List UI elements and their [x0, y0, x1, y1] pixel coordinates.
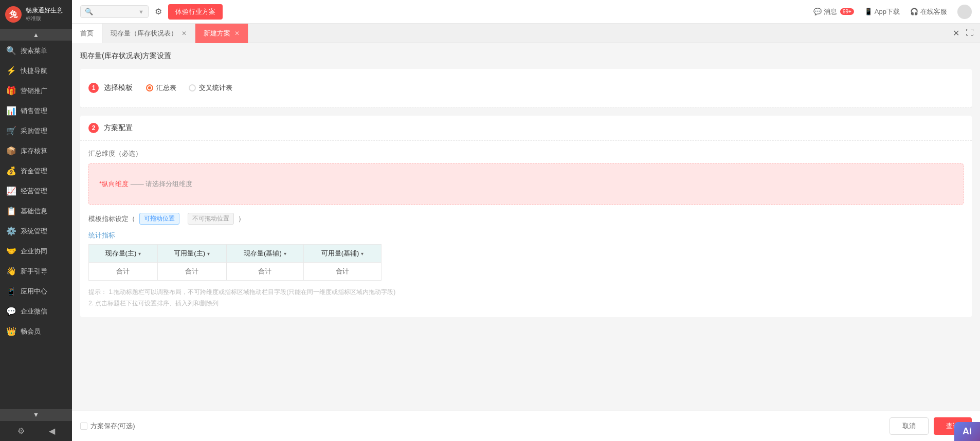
- save-checkbox[interactable]: [80, 422, 87, 430]
- sidebar-item-wechat[interactable]: 💬 企业微信: [0, 301, 72, 321]
- settings-gear-icon[interactable]: ⚙: [155, 7, 162, 16]
- message-label: 消息: [824, 7, 837, 16]
- cart-icon: 🛒: [6, 126, 16, 136]
- tab-inventory-label: 现存量（库存状况表）: [111, 29, 177, 38]
- window-expand-btn[interactable]: ⛶: [964, 28, 976, 38]
- sidebar-nav: 🔍 搜索菜单 ⚡ 快捷导航 🎁 营销推广 📊 销售管理 🛒 采购管理 📦 库存核…: [0, 41, 72, 409]
- search-input[interactable]: [95, 8, 136, 15]
- col-header-2-label: 可用量(主): [174, 249, 205, 258]
- col-header-3[interactable]: 现存量(基辅) ▾: [226, 245, 304, 263]
- save-option[interactable]: 方案保存(可选): [80, 421, 135, 431]
- sidebar-item-operations[interactable]: 📈 经营管理: [0, 181, 72, 201]
- bottom-bar: 方案保存(可选) 取消 查询: [72, 411, 980, 441]
- stats-table: 现存量(主) ▾ 可用量(主) ▾: [88, 244, 382, 281]
- sidebar-item-label: 新手引导: [21, 267, 47, 276]
- col-header-3-label: 现存量(基辅): [244, 249, 282, 258]
- hint-2: 2. 点击标题栏下拉可设置排序、插入列和删除列: [88, 298, 964, 309]
- sidebar-item-label: 基础信息: [21, 207, 47, 216]
- col-header-2[interactable]: 可用量(主) ▾: [157, 245, 226, 263]
- chevron-down-icon: ▾: [207, 251, 210, 256]
- content-area: 现存量(库存状况表)方案设置 1 选择模板 汇总表 交叉统计表: [72, 43, 980, 411]
- sidebar-item-label: 畅会员: [21, 327, 41, 336]
- message-icon: 💬: [813, 8, 822, 15]
- sidebar-item-basic-info[interactable]: 📋 基础信息: [0, 201, 72, 221]
- app-logo: 兔 畅康通好生意 标准版: [0, 0, 72, 29]
- collapse-icon[interactable]: ◀: [49, 426, 55, 436]
- stats-section: 统计指标 现存量(主) ▾: [88, 231, 964, 281]
- download-icon: 📱: [864, 8, 873, 15]
- col-header-1[interactable]: 现存量(主) ▾: [89, 245, 158, 263]
- step1-number: 1: [88, 83, 99, 93]
- window-close-btn[interactable]: ✕: [951, 28, 961, 38]
- table-row: 合计 合计 合计 合计: [89, 263, 382, 281]
- sidebar-item-label: 应用中心: [21, 287, 47, 296]
- radio-cross[interactable]: 交叉统计表: [189, 83, 232, 93]
- sidebar-item-enterprise[interactable]: 🤝 企业协同: [0, 241, 72, 261]
- trial-btn[interactable]: 体验行业方案: [168, 4, 223, 20]
- headphone-icon: 🎧: [910, 8, 918, 15]
- hint-1: 提示： 1.拖动标题栏可以调整布局，不可跨维度或指标区域拖动栏目字段(只能在同一…: [88, 287, 964, 298]
- indicator-suffix: ）: [238, 214, 245, 224]
- sidebar-item-quick-nav[interactable]: ⚡ 快捷导航: [0, 61, 72, 81]
- wave-icon: 👋: [6, 266, 16, 276]
- user-avatar[interactable]: [957, 5, 972, 19]
- chevron-down-icon: ▾: [361, 251, 364, 256]
- col-header-4[interactable]: 可用量(基辅) ▾: [304, 245, 382, 263]
- app-download-label: App下载: [875, 7, 900, 16]
- logo-icon: 兔: [5, 6, 22, 23]
- sidebar-item-stock[interactable]: 📦 库存核算: [0, 141, 72, 161]
- money-icon: 💰: [6, 166, 16, 176]
- sidebar-item-newbie[interactable]: 👋 新手引导: [0, 261, 72, 281]
- sidebar-item-label: 库存核算: [21, 146, 47, 156]
- tab-new-plan[interactable]: 新建方案 ✕: [195, 24, 248, 43]
- sidebar-item-member[interactable]: 👑 畅会员: [0, 321, 72, 341]
- tabbar: 首页 现存量（库存状况表） ✕ 新建方案 ✕ ✕ ⛶: [72, 24, 980, 43]
- save-label: 方案保存(可选): [90, 421, 135, 431]
- gear-icon: ⚙️: [6, 226, 16, 236]
- settings-icon[interactable]: ⚙: [17, 426, 25, 436]
- radio-summary-label: 汇总表: [156, 83, 176, 93]
- step2-content: 汇总维度（必选） *纵向维度 —— 请选择分组维度 模板指标设定（ 可拖动位置 …: [80, 141, 972, 317]
- sidebar-bottom: ⚙ ◀: [0, 420, 72, 441]
- indicator-setting-label: 模板指标设定（: [88, 214, 135, 224]
- sidebar-item-search[interactable]: 🔍 搜索菜单: [0, 41, 72, 61]
- topbar-search-box[interactable]: 🔍 ▼: [80, 5, 149, 18]
- dropdown-icon[interactable]: ▼: [138, 9, 144, 15]
- radio-summary[interactable]: 汇总表: [146, 83, 176, 93]
- ai-badge[interactable]: Ai: [954, 422, 980, 441]
- sidebar-item-system[interactable]: ⚙️ 系统管理: [0, 221, 72, 241]
- mobile-icon: 📱: [6, 286, 16, 296]
- radio-dot-summary: [146, 84, 153, 91]
- message-btn[interactable]: 💬 消息 99+: [813, 7, 854, 16]
- app-download-btn[interactable]: 📱 App下载: [864, 7, 900, 16]
- cell-1-4: 合计: [304, 263, 382, 281]
- cancel-button[interactable]: 取消: [890, 417, 929, 435]
- tab-inventory-close[interactable]: ✕: [182, 30, 187, 37]
- step2-number: 2: [88, 123, 99, 133]
- sidebar-item-app-center[interactable]: 📱 应用中心: [0, 281, 72, 301]
- template-radio-group: 汇总表 交叉统计表: [138, 76, 241, 100]
- tab-new-plan-close[interactable]: ✕: [234, 30, 240, 37]
- tab-home[interactable]: 首页: [72, 24, 102, 43]
- chart-icon: 📊: [6, 106, 16, 116]
- radio-cross-label: 交叉统计表: [199, 83, 232, 93]
- indicator-setting: 模板指标设定（ 可拖动位置 不可拖动位置 ）: [88, 213, 964, 225]
- sidebar-item-label: 企业微信: [21, 307, 47, 316]
- sidebar-scroll-up[interactable]: ▲: [0, 29, 72, 41]
- hints-section: 提示： 1.拖动标题栏可以调整布局，不可跨维度或指标区域拖动栏目字段(只能在同一…: [88, 287, 964, 309]
- sidebar-item-label: 销售管理: [21, 106, 47, 116]
- window-controls: ✕ ⛶: [951, 28, 980, 38]
- sidebar-item-label: 资金管理: [21, 167, 47, 176]
- tab-inventory[interactable]: 现存量（库存状况表） ✕: [102, 24, 195, 43]
- sidebar-item-finance[interactable]: 💰 资金管理: [0, 161, 72, 181]
- stats-label: 统计指标: [88, 231, 964, 240]
- sidebar-scroll-down[interactable]: ▼: [0, 409, 72, 420]
- sidebar-item-sales[interactable]: 📊 销售管理: [0, 101, 72, 121]
- sidebar-item-purchase[interactable]: 🛒 采购管理: [0, 121, 72, 141]
- chat-icon: 💬: [6, 306, 16, 316]
- step1-section: 1 选择模板 汇总表 交叉统计表: [80, 69, 972, 107]
- online-service-btn[interactable]: 🎧 在线客服: [910, 7, 947, 16]
- dimension-box[interactable]: *纵向维度 —— 请选择分组维度: [88, 163, 964, 205]
- sidebar-item-marketing[interactable]: 🎁 营销推广: [0, 81, 72, 101]
- cell-1-3: 合计: [226, 263, 304, 281]
